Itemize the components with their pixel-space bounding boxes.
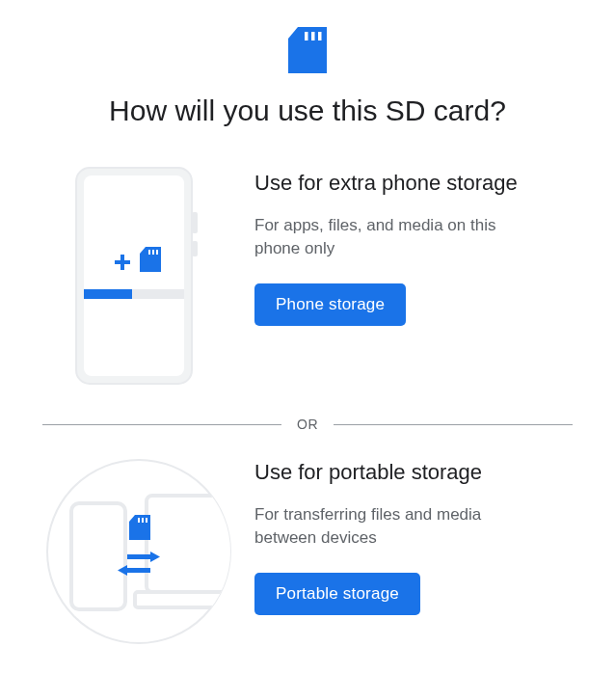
svg-rect-6	[192, 241, 198, 256]
divider-line-right	[334, 424, 573, 425]
svg-rect-22	[127, 554, 150, 559]
portable-storage-button[interactable]: Portable storage	[254, 573, 420, 615]
divider-line-left	[42, 424, 281, 425]
option-desc-phone: For apps, files, and media on this phone…	[254, 214, 505, 260]
svg-rect-9	[148, 250, 150, 255]
option-desc-portable: For transferring files and media between…	[254, 503, 505, 550]
sd-card-icon	[0, 27, 615, 73]
option-title-portable: Use for portable storage	[254, 459, 573, 486]
svg-rect-20	[142, 518, 144, 523]
page-title: How will you use this SD card?	[0, 94, 615, 127]
svg-rect-10	[152, 250, 154, 255]
svg-rect-21	[146, 518, 147, 523]
phone-storage-button[interactable]: Phone storage	[254, 283, 406, 326]
svg-rect-11	[156, 250, 158, 255]
svg-rect-4	[84, 175, 184, 376]
svg-rect-24	[127, 568, 150, 573]
svg-rect-2	[318, 32, 322, 40]
svg-rect-13	[84, 289, 132, 299]
divider-label: OR	[281, 417, 334, 432]
svg-rect-0	[305, 32, 308, 40]
phone-storage-illustration	[42, 166, 235, 388]
svg-rect-16	[71, 503, 125, 609]
portable-storage-illustration	[42, 455, 235, 648]
svg-rect-19	[138, 518, 140, 523]
svg-rect-1	[311, 32, 315, 40]
svg-rect-5	[192, 212, 198, 233]
svg-rect-17	[147, 496, 235, 592]
svg-rect-8	[115, 260, 130, 264]
divider: OR	[0, 417, 615, 432]
option-title-phone: Use for extra phone storage	[254, 170, 573, 197]
option-portable-storage: Use for portable storage For transferrin…	[0, 455, 615, 648]
option-phone-storage: Use for extra phone storage For apps, fi…	[0, 166, 615, 388]
